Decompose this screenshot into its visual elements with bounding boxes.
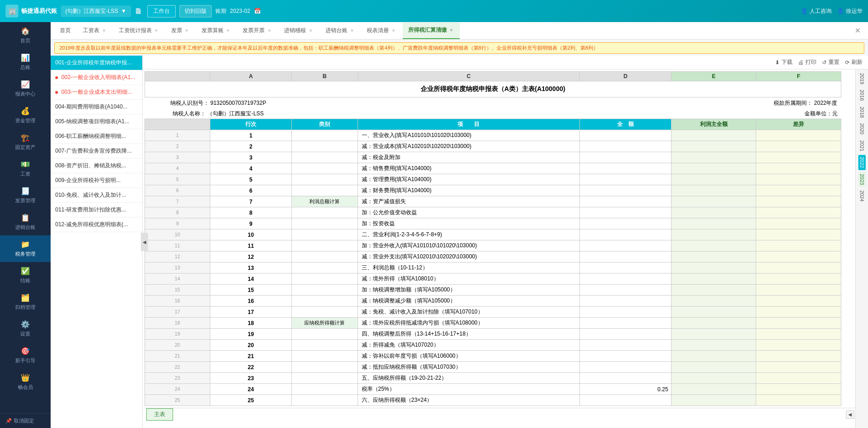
amount-cell[interactable] (580, 351, 671, 362)
profit-cell[interactable] (671, 263, 756, 274)
sidebar-item-assets[interactable]: 🏗️ 固定资产 (0, 129, 51, 155)
profit-cell[interactable] (671, 185, 756, 196)
tab-invoice-open[interactable]: 发票开票 × (237, 23, 278, 39)
item-cell[interactable]: 加：营业外收入(填写A101010\101020\103000) (358, 240, 580, 251)
diff-cell[interactable] (756, 307, 841, 318)
diff-cell[interactable] (756, 285, 841, 296)
workbench-button[interactable]: 工作台 (147, 5, 176, 17)
diff-cell[interactable] (756, 362, 841, 373)
amount-cell[interactable] (580, 251, 671, 263)
diff-cell[interactable] (756, 395, 841, 406)
diff-cell[interactable] (756, 351, 841, 362)
amount-cell[interactable] (580, 207, 671, 218)
diff-cell[interactable] (756, 218, 841, 229)
year-2019[interactable]: 2019 (858, 71, 866, 86)
spreadsheet-area[interactable]: 2019 2016 2018 2020 2021 2022 2023 2024 (143, 69, 868, 428)
left-panel-item-001[interactable]: 001-企业所得税年度纳税申报... (51, 56, 142, 70)
left-panel-item-011[interactable]: 011-研发费用加计扣除优惠... (51, 203, 142, 217)
diff-cell[interactable] (756, 141, 841, 152)
amount-cell[interactable] (580, 285, 671, 296)
tab-purchase-ledger[interactable]: 进销台账 × (320, 23, 360, 39)
sidebar-item-settings[interactable]: ⚙️ 设置 (0, 315, 51, 342)
item-cell[interactable]: 减：营业外支出(填写A102010\102020\103000) (358, 251, 580, 263)
sidebar-item-invoice[interactable]: 🧾 发票管理 (0, 182, 51, 209)
left-panel-item-010[interactable]: 010-免税、减计收入及加计... (51, 188, 142, 203)
tab-invoice-calc[interactable]: 发票算账 × (196, 23, 237, 39)
left-panel-item-012[interactable]: 012-减免所得税优惠明细表(... (51, 217, 142, 232)
user-name-area[interactable]: 👤 徐运华 (837, 7, 862, 15)
diff-cell[interactable] (756, 296, 841, 307)
item-cell[interactable]: 减：抵扣应纳税所得额（填写A107030） (358, 362, 580, 373)
refresh-button[interactable]: ⟳ 刷新 (845, 58, 862, 66)
sidebar-item-finance[interactable]: 💰 资金管理 (0, 102, 51, 129)
profit-cell[interactable] (671, 163, 756, 174)
year-2024[interactable]: 2024 (858, 188, 866, 203)
profit-cell[interactable] (671, 285, 756, 296)
item-cell[interactable]: 减：资产减值损失 (358, 196, 580, 207)
scroll-left-button[interactable]: ◀ (846, 411, 854, 419)
tab-tax-list[interactable]: 税表清册 × (361, 23, 402, 39)
amount-cell[interactable] (580, 218, 671, 229)
tab-invoice-close[interactable]: × (184, 28, 190, 34)
diff-cell[interactable] (756, 329, 841, 340)
amount-cell[interactable] (580, 395, 671, 406)
amount-cell[interactable] (580, 340, 671, 351)
diff-cell[interactable] (756, 274, 841, 285)
profit-cell[interactable] (671, 196, 756, 207)
profit-cell[interactable] (671, 152, 756, 163)
year-2020[interactable]: 2020 (858, 121, 866, 136)
profit-cell[interactable] (671, 229, 756, 240)
year-2023[interactable]: 2023 (858, 172, 866, 187)
profit-cell[interactable] (671, 318, 756, 329)
diff-cell[interactable] (756, 263, 841, 274)
reset-button[interactable]: ↺ 重置 (822, 58, 839, 66)
item-cell[interactable]: 六、应纳所得税额（23×24） (358, 395, 580, 406)
left-panel-item-006[interactable]: 006-职工薪酬纳税调整明细... (51, 129, 142, 144)
profit-cell[interactable] (671, 296, 756, 307)
amount-cell[interactable] (580, 141, 671, 152)
tab-income-tax[interactable]: 所得税汇算清缴 × (403, 23, 460, 39)
item-cell[interactable]: 减：税金及附加 (358, 152, 580, 163)
amount-cell[interactable] (580, 163, 671, 174)
amount-cell[interactable] (580, 229, 671, 240)
tab-invoice[interactable]: 发票 × (166, 23, 195, 39)
profit-cell[interactable] (671, 240, 756, 251)
diff-cell[interactable] (756, 229, 841, 240)
item-cell[interactable]: 减：免税、减计收入及加计扣除（填写A107010） (358, 307, 580, 318)
item-cell[interactable]: 三、利润总额（10-11-12） (358, 263, 580, 274)
item-cell[interactable]: 五、应纳税所得额（19-20-21-22） (358, 373, 580, 384)
item-cell[interactable]: 减：营业成本(填写A102010\102020\103000) (358, 141, 580, 152)
item-cell[interactable]: 四、纳税调整后所得（13-14+15-16-17+18） (358, 329, 580, 340)
sidebar-item-member[interactable]: 👑 畅会员 (0, 369, 51, 395)
year-2016[interactable]: 2016 (858, 88, 866, 103)
amount-cell[interactable] (580, 274, 671, 285)
left-panel-item-003[interactable]: 003-一般企业成本支出明细... (51, 85, 142, 100)
company-selector[interactable]: (勾删）江西服宝-LSS ▼ (61, 6, 131, 17)
profit-cell[interactable] (671, 329, 756, 340)
diff-cell[interactable] (756, 130, 841, 141)
left-panel-item-007[interactable]: 007-广告费和业务宣传费跌降... (51, 144, 142, 159)
tab-purchase-audit-close[interactable]: × (308, 28, 313, 34)
profit-cell[interactable] (671, 207, 756, 218)
left-panel-item-008[interactable]: 008-资产折旧、摊销及纳税... (51, 159, 142, 173)
item-cell[interactable]: 税率（25%） (358, 384, 580, 395)
sidebar-item-home[interactable]: 🏠 首页 (0, 22, 51, 49)
sidebar-item-reports[interactable]: 📈 报表中心 (0, 75, 51, 102)
profit-cell[interactable] (671, 218, 756, 229)
diff-cell[interactable] (756, 373, 841, 384)
amount-cell[interactable] (580, 263, 671, 274)
diff-cell[interactable] (756, 174, 841, 185)
tab-income-tax-close[interactable]: × (449, 27, 454, 33)
amount-cell[interactable] (580, 130, 671, 141)
profit-cell[interactable] (671, 251, 756, 263)
amount-cell[interactable] (580, 174, 671, 185)
close-all-tabs[interactable]: ✕ (851, 26, 864, 35)
tab-invoice-calc-close[interactable]: × (226, 28, 231, 34)
amount-cell[interactable] (580, 240, 671, 251)
item-cell[interactable]: 加：公允价值变动收益 (358, 207, 580, 218)
profit-cell[interactable] (671, 351, 756, 362)
diff-cell[interactable] (756, 340, 841, 351)
amount-cell[interactable] (580, 329, 671, 340)
user-service[interactable]: 👤 人工咨询 (801, 7, 832, 15)
item-cell[interactable]: 加：投资收益 (358, 218, 580, 229)
